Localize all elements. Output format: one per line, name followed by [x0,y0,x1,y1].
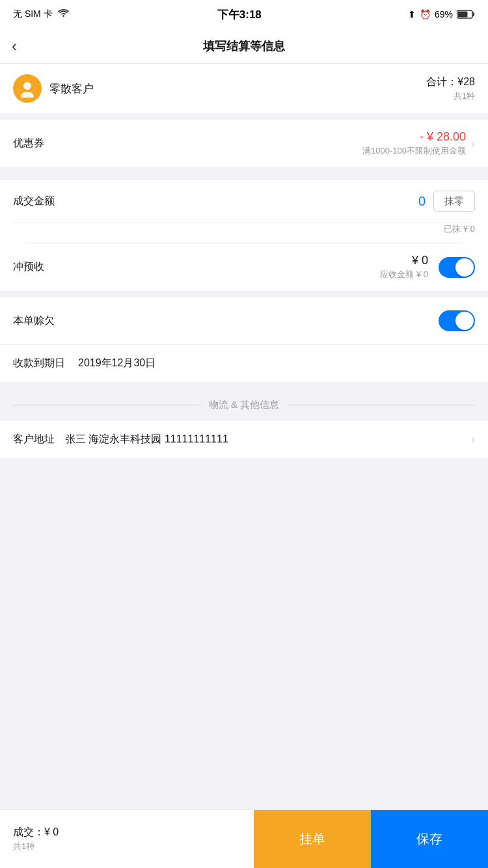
transaction-sub: 已抹 ¥ 0 [13,223,475,243]
transaction-row: 成交金额 0 抹零 [13,180,475,223]
location-icon: ⬆ [408,9,416,20]
prepay-amount: ¥ 0 [380,254,428,267]
deal-amount: ¥ 0 [44,826,59,837]
coupon-chevron: › [471,137,475,150]
wifi-icon [58,9,71,20]
divider-line-right [287,405,475,405]
svg-point-4 [21,92,34,98]
debit-row: 本单赊欠 [0,297,488,344]
total-count: 共1种 [426,90,475,102]
coupon-amount: - ¥ 28.00 [362,130,466,144]
status-bar: 无 SIM 卡 下午3:18 ⬆ ⏰ 69% [0,0,488,29]
battery-icon [457,10,475,19]
coupon-card[interactable]: 优惠券 - ¥ 28.00 满1000-100不限制使用金额 › [0,120,488,167]
coupon-desc: 满1000-100不限制使用金额 [362,145,466,157]
coupon-right-block: - ¥ 28.00 满1000-100不限制使用金额 [362,130,466,157]
total-price: 合计：¥28 [426,75,475,89]
debit-toggle-knob [455,312,474,330]
transaction-right: 0 抹零 [418,191,475,212]
page-title: 填写结算等信息 [203,38,285,54]
transaction-label: 成交金额 [13,195,55,208]
alarm-icon: ⏰ [420,9,431,20]
section-gap-1 [0,174,488,180]
status-left: 无 SIM 卡 [13,8,71,20]
bottom-summary: 成交：¥ 0 共1种 [0,826,254,852]
debit-toggle[interactable] [439,310,475,331]
bottom-bar: 成交：¥ 0 共1种 挂单 保存 [0,809,488,868]
due-label: 收款到期日 [13,357,65,370]
prepay-toggle[interactable] [439,257,475,278]
address-value: 张三 海淀永丰科技园 11111111111 [65,433,471,446]
prepay-right: ¥ 0 应收金额 ¥ 0 [380,254,475,280]
coupon-label: 优惠券 [13,137,44,150]
status-time: 下午3:18 [217,7,262,22]
logistics-section: 物流 & 其他信息 [0,388,488,421]
due-row: 收款到期日 2019年12月30日 [0,344,488,382]
bottom-deal-text: 成交：¥ 0 [13,826,241,839]
prepay-amount-block: ¥ 0 应收金额 ¥ 0 [380,254,428,280]
avatar [13,74,42,103]
address-label: 客户地址 [13,433,55,446]
customer-name: 零散客户 [49,81,94,96]
section-gap-2 [0,291,488,297]
customer-right: 合计：¥28 共1种 [426,75,475,102]
customer-left: 零散客户 [13,74,94,103]
battery-text: 69% [435,9,453,20]
back-button[interactable]: ‹ [12,37,17,55]
logistics-divider: 物流 & 其他信息 [0,399,488,411]
due-date: 2019年12月30日 [78,357,156,370]
address-chevron: › [471,433,475,446]
round-button[interactable]: 抹零 [433,191,475,212]
save-button[interactable]: 保存 [371,810,488,868]
pending-button[interactable]: 挂单 [254,810,371,868]
bottom-actions: 挂单 保存 [254,810,488,868]
prepay-sub: 应收金额 ¥ 0 [380,269,428,280]
address-row: 客户地址 张三 海淀永丰科技园 11111111111 › [0,421,488,458]
content: 零散客户 合计：¥28 共1种 优惠券 - ¥ 28.00 满1000-100不… [0,64,488,523]
svg-rect-1 [472,12,474,16]
divider-line-left [13,405,201,405]
status-right: ⬆ ⏰ 69% [408,9,475,20]
amount-section: 成交金额 0 抹零 已抹 ¥ 0 冲预收 ¥ 0 应收金额 ¥ 0 [0,180,488,291]
prepay-label: 冲预收 [13,260,44,274]
svg-rect-2 [457,12,467,18]
customer-row: 零散客户 合计：¥28 共1种 [0,64,488,113]
transaction-value: 0 [418,194,426,209]
prepay-row: 冲预收 ¥ 0 应收金额 ¥ 0 [13,243,475,291]
toggle-knob [455,258,474,277]
deal-label: 成交： [13,826,44,837]
debit-label: 本单赊欠 [13,314,55,328]
bottom-count: 共1种 [13,841,241,852]
customer-card: 零散客户 合计：¥28 共1种 [0,64,488,113]
coupon-right: - ¥ 28.00 满1000-100不限制使用金额 › [362,130,475,157]
nav-bar: ‹ 填写结算等信息 [0,29,488,64]
address-card[interactable]: 客户地址 张三 海淀永丰科技园 11111111111 › [0,421,488,458]
logistics-label: 物流 & 其他信息 [209,399,279,411]
svg-point-3 [23,82,31,90]
carrier-text: 无 SIM 卡 [13,8,53,20]
debit-card: 本单赊欠 收款到期日 2019年12月30日 [0,297,488,382]
